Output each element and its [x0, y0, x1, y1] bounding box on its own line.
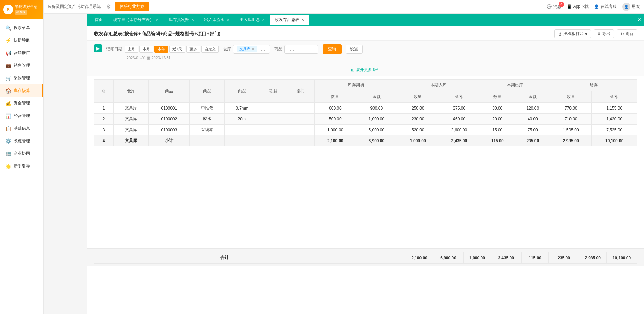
row1-spec: 0.7mm — [225, 103, 260, 114]
table-row: 3 文具库 0100003 采访本 1,000.00 5,000.00 520.… — [94, 125, 637, 135]
total-close-amt: 10,100.00 — [607, 252, 637, 264]
subtotal-in-qty[interactable]: 1,000.00 — [397, 135, 439, 146]
service-action[interactable]: 👤 在线客服 — [594, 4, 617, 10]
row3-spec — [225, 125, 260, 135]
col-header-opening: 库存期初 — [315, 80, 397, 91]
tab-home[interactable]: 首页 — [90, 15, 108, 25]
row3-out-qty[interactable]: 15.00 — [480, 125, 515, 135]
sidebar-item-purchase[interactable]: 🛒 采购管理 — [0, 72, 43, 84]
user-action[interactable]: 👤 用友 — [622, 3, 640, 11]
date-btn-last-month[interactable]: 上月 — [125, 46, 138, 53]
product-filter-label: 商品 — [274, 46, 282, 52]
tab-recv-summary[interactable]: 收发存汇总表 ✕ — [270, 15, 309, 25]
date-btn-custom[interactable]: 自定义 — [201, 46, 219, 53]
total-out-amt: 235.00 — [549, 252, 579, 264]
row3-num: 3 — [94, 125, 114, 135]
sidebar-item-marketing[interactable]: 📢 营销推广 — [0, 47, 43, 59]
tab-inout-summary[interactable]: 出入库汇总 ✕ — [235, 15, 269, 25]
app-label: App下载 — [573, 4, 589, 10]
tab-close-recv-summary[interactable]: ✕ — [301, 18, 304, 22]
subtotal-empty1 — [190, 135, 225, 146]
row2-name: 胶水 — [190, 114, 225, 125]
avatar: 👤 — [622, 3, 630, 11]
page-title: 收发存汇总表(按仓库+商品编码+商品+规格型号+项目+部门) — [94, 31, 554, 37]
subtotal-empty2 — [225, 135, 260, 146]
query-button[interactable]: 查询 — [323, 44, 342, 54]
row2-out-amt: 40.00 — [515, 114, 550, 125]
tab-inout-flow[interactable]: 出入库流水 ✕ — [199, 15, 234, 25]
row1-dept — [287, 103, 315, 114]
refresh-icon: ↻ — [621, 32, 624, 36]
row2-out-qty[interactable]: 20.00 — [480, 114, 515, 125]
message-action[interactable]: 💬 消息 6 — [547, 4, 561, 10]
filter-section: ▶ 记账日期 上月 本月 本年 近7天 更多 自定义 — [87, 41, 644, 64]
sidebar-item-basic[interactable]: 📋 基础信息 — [0, 122, 43, 135]
print-button[interactable]: 🖨 按模板打印 ▾ — [554, 29, 591, 38]
tab-close-inout-summary[interactable]: ✕ — [262, 18, 265, 22]
marketing-icon: 📢 — [5, 50, 11, 56]
sidebar-item-operations[interactable]: 📊 经营管理 — [0, 110, 43, 122]
date-btn-this-year[interactable]: 本年 — [154, 46, 168, 53]
export-label: 导出 — [602, 31, 610, 37]
col-header-open-qty: 数量 — [315, 91, 356, 103]
topbar-settings-icon[interactable]: ⚙ — [106, 3, 111, 10]
sidebar-item-quick[interactable]: ⚡ 快捷导航 — [0, 34, 43, 47]
product-select[interactable]: ... — [284, 45, 318, 54]
sidebar-item-newbie[interactable]: 🌟 新手引导 — [0, 160, 43, 172]
newbie-icon: 🌟 — [5, 164, 11, 169]
service-label: 在线客服 — [600, 4, 617, 10]
sidebar-item-inventory[interactable]: 🏠 库存核算 — [0, 84, 43, 97]
table-settings-icon[interactable]: ⚙ — [94, 80, 114, 103]
expand-icon: ⊞ — [351, 68, 354, 72]
expand-filter-button[interactable]: ⊞ 展开更多条件 — [350, 66, 382, 74]
trial-button[interactable]: 体验行业方案 — [115, 2, 149, 11]
table-row: 2 文具库 0100002 胶水 20ml 500.00 1,000.00 23… — [94, 114, 637, 125]
sidebar-item-corp[interactable]: 🏢 企业协同 — [0, 147, 43, 160]
row1-out-qty[interactable]: 80.00 — [480, 103, 515, 114]
total-label: 合计 — [135, 252, 314, 264]
row2-code: 0100002 — [148, 114, 189, 125]
date-btn-7days[interactable]: 近7天 — [169, 46, 185, 53]
row2-close-amt: 1,420.00 — [592, 114, 637, 125]
app-download-action[interactable]: 📱 App下载 — [567, 4, 589, 10]
logo-text: 畅捷通好生意 — [15, 4, 37, 9]
sidebar-logo: 6 畅捷通好生意 标准版 — [0, 0, 43, 19]
total-out-qty: 115.00 — [522, 252, 549, 264]
warehouse-more-icon[interactable]: ... — [259, 46, 266, 52]
refresh-label: 刷新 — [625, 31, 633, 37]
row1-in-qty[interactable]: 250.00 — [397, 103, 439, 114]
tab-stock-dist[interactable]: 现存量（库存分布表） ✕ — [108, 15, 163, 25]
warehouse-tag-close[interactable]: ✕ — [252, 47, 255, 51]
warehouse-select[interactable]: 文具库 ✕ ... — [233, 45, 270, 54]
row3-open-amt: 5,000.00 — [356, 125, 397, 135]
set-button[interactable]: 设置 — [346, 45, 363, 54]
tab-close-stock-dist[interactable]: ✕ — [156, 18, 159, 22]
sidebar-item-system[interactable]: ⚙️ 系统管理 — [0, 135, 43, 147]
col-header-open-amt: 金额 — [356, 91, 397, 103]
col-header-in-amt: 金额 — [439, 91, 480, 103]
date-btn-more[interactable]: 更多 — [186, 46, 200, 53]
subtotal-out-qty[interactable]: 115.00 — [480, 135, 515, 146]
sidebar-item-finance[interactable]: 💰 资金管理 — [0, 97, 43, 110]
export-button[interactable]: ⬇ 导出 — [594, 29, 614, 38]
filter-toggle-button[interactable]: ▶ — [94, 44, 102, 52]
tab-close-batch[interactable]: ✕ — [191, 18, 194, 22]
subtotal-close-amt: 10,100.00 — [592, 135, 637, 146]
user-label: 用友 — [632, 4, 640, 10]
sidebar-item-search[interactable]: 🔍 搜索菜单 — [0, 21, 43, 34]
row3-in-qty[interactable]: 520.00 — [397, 125, 439, 135]
row3-close-amt: 7,525.00 — [592, 125, 637, 135]
close-all-tabs-button[interactable]: ✕ — [637, 17, 641, 22]
refresh-button[interactable]: ↻ 刷新 — [617, 29, 637, 38]
print-icon: 🖨 — [558, 32, 562, 36]
tab-batch[interactable]: 库存批次账 ✕ — [164, 15, 199, 25]
row2-in-qty[interactable]: 230.00 — [397, 114, 439, 125]
topbar: 装备及固定资产辅助管理系统 ⚙ 体验行业方案 💬 消息 6 📱 App下载 👤 … — [44, 0, 644, 14]
product-more-icon[interactable]: ... — [288, 46, 295, 52]
row1-open-amt: 900.00 — [356, 103, 397, 114]
expand-label: 展开更多条件 — [356, 67, 380, 73]
sidebar-item-sales[interactable]: 💼 销售管理 — [0, 59, 43, 72]
tab-close-inout-flow[interactable]: ✕ — [227, 18, 229, 22]
sidebar-item-inventory-label: 库存核算 — [14, 88, 30, 94]
date-btn-this-month[interactable]: 本月 — [139, 46, 153, 53]
